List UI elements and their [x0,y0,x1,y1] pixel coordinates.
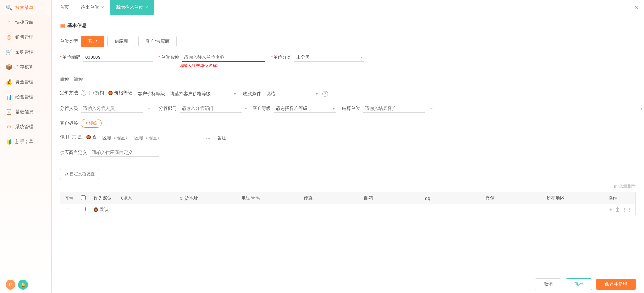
unit-category-select[interactable]: 未分类 [294,53,364,62]
type-btn-both[interactable]: 客户/供应商 [138,36,177,47]
address-input[interactable] [180,207,235,212]
sidebar-item-sales[interactable]: ◎ 销售管理 [0,30,51,44]
th-wechat: 微信 [482,192,543,204]
user-avatar[interactable]: U [6,280,15,290]
td-phone [238,204,300,215]
notifications-icon[interactable]: 🔔 [18,280,28,290]
payment-terms-select[interactable]: 现结 [264,90,320,98]
disabled-label: 停用 [60,134,69,140]
table-header-row: 序号 设为默认 联系人 到货地址 电话号码 传真 邮箱 qq 微信 所在地区 [60,192,635,204]
fax-input[interactable] [304,207,358,212]
region-input[interactable] [132,134,202,142]
sidebar-item-basic-info[interactable]: 📋 基础信息 [0,104,51,119]
department-input[interactable] [180,104,242,113]
row-region-input[interactable] [547,207,601,212]
pricing-method-field: 定价方法 ? 折扣 价格等级 [60,90,132,96]
sidebar-item-inventory[interactable]: 📦 库存核算 [0,59,51,74]
payment-terms-label: 收款条件 [243,91,261,97]
row-checkbox[interactable] [81,207,86,211]
gear-icon: ⚙ [64,172,68,177]
supplier-custom-input[interactable] [90,148,159,157]
qq-input[interactable] [425,207,479,212]
td-checkbox [78,204,90,215]
region-more-icon[interactable]: ··· [205,135,212,141]
batch-delete-icon: 🗑 [613,184,618,189]
wechat-input[interactable] [486,207,540,212]
contact-input[interactable] [119,207,173,212]
remark-label: 备注 [217,135,226,141]
disabled-no-option[interactable]: 否 [86,134,97,140]
tab-new-partner-close[interactable]: ✕ [145,5,148,10]
pricing-discount-option[interactable]: 折扣 [89,90,104,96]
tab-partners[interactable]: 往来单位 ✕ [75,0,110,15]
th-phone: 电话号码 [238,192,300,204]
table-select-all[interactable] [81,195,86,200]
customer-price-level-select[interactable]: 请选择客户价格等级 [168,90,237,98]
short-name-input[interactable] [72,75,141,83]
unit-code-input[interactable] [83,53,153,62]
customer-tag-label: 客户标签 [60,120,78,127]
sidebar-item-quick-nav[interactable]: ⌂ 快捷导航 [0,15,51,30]
manager-input[interactable] [81,104,143,113]
save-new-button[interactable]: 保存并新增 [596,279,636,290]
settlement-unit-input[interactable] [363,104,425,113]
td-wechat [482,204,543,215]
row-drag-handle[interactable]: ⋮⋮ [622,207,632,212]
custom-settings-button[interactable]: ⚙ 自定义项设置 [60,169,99,179]
save-button[interactable]: 保存 [566,278,592,290]
sidebar-item-purchase[interactable]: 🛒 采购管理 [0,44,51,59]
inventory-icon: 📦 [6,64,13,70]
unit-name-input[interactable] [182,53,265,62]
department-label: 分管部门 [159,105,177,112]
basic-info-icon: 📋 [6,108,13,115]
pricing-level-option[interactable]: 价格等级 [108,90,132,96]
supplier-custom-group: 供应商自定义 [60,148,636,157]
row-add-button[interactable]: ＋ [608,206,613,213]
purchase-icon: 🛒 [6,49,13,55]
customer-level-select[interactable]: 请选择客户等级 [274,104,336,113]
disabled-yes-option[interactable]: 是 [72,134,82,140]
type-btn-supplier[interactable]: 供应商 [107,36,135,47]
manager-field: 分管人员 ··· [60,104,153,113]
type-btn-customer[interactable]: 客户 [81,36,104,47]
contacts-table-element: 序号 设为默认 联系人 到货地址 电话号码 传真 邮箱 qq 微信 所在地区 [60,192,635,215]
sidebar: 🔍 搜索菜单 ⌂ 快捷导航 ◎ 销售管理 🛒 采购管理 📦 库存核算 💰 资金管… [0,0,52,293]
customer-price-level-field: 客户价格等级 请选择客户价格等级 [138,90,237,98]
td-qq [422,204,482,215]
sidebar-item-finance[interactable]: 💰 资金管理 [0,74,51,89]
manager-more-icon[interactable]: ··· [146,106,153,111]
pricing-help-icon[interactable]: ? [81,90,86,96]
remark-input[interactable] [229,134,340,142]
add-tag-button[interactable]: + 标签 [81,119,102,128]
pricing-radio-group: 折扣 价格等级 [89,90,132,96]
tabbar: 首页 往来单位 ✕ 新增往来单位 ✕ ✕ [52,0,644,15]
row-delete-button[interactable]: 🗑 [615,207,620,212]
unit-type-group: 单位类型 客户 供应商 客户/供应商 [60,36,636,47]
batch-delete-button[interactable]: 🗑 批量删除 [60,183,636,189]
tab-new-partner[interactable]: 新增往来单位 ✕ [110,0,154,15]
sidebar-item-guide[interactable]: 🔰 新手引导 [0,134,51,149]
settlement-unit-more-icon[interactable]: ··· [428,106,435,111]
divider [60,163,636,163]
th-fax: 传真 [300,192,361,204]
settlement-unit-label: 结算单位 [342,105,360,112]
unit-category-label: *单位分类 [271,54,291,60]
bottom-bar: 取消 保存 保存并新增 [52,275,644,293]
td-default: 默认 [90,204,115,215]
phone-input[interactable] [242,207,296,212]
department-dropdown-icon[interactable]: ▾ [245,106,247,111]
section-header: ▣ 基本信息 [60,22,636,29]
sidebar-item-system[interactable]: ⚙ 系统管理 [0,119,51,134]
payment-terms-help-icon[interactable]: ? [322,91,328,97]
sidebar-search[interactable]: 🔍 搜索菜单 [0,0,51,15]
sidebar-item-operations[interactable]: 📊 经营管理 [0,89,51,104]
content-area: ▣ 基本信息 单位类型 客户 供应商 客户/供应商 *单位编码 [52,15,644,275]
customer-level-field: 客户等级 请选择客户等级 [253,104,336,113]
unit-code-label: *单位编码 [60,54,80,60]
tab-home[interactable]: 首页 [54,0,74,15]
home-icon: ⌂ [6,19,13,25]
tabbar-close-all[interactable]: ✕ [631,4,641,11]
tab-partners-close[interactable]: ✕ [101,5,104,10]
email-input[interactable] [364,207,418,212]
cancel-button[interactable]: 取消 [535,278,561,290]
